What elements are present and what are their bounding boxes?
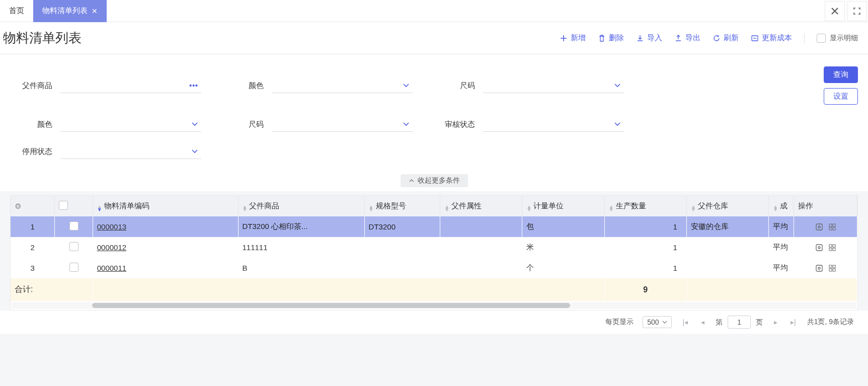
color-select[interactable] — [272, 78, 413, 93]
next-page-button[interactable]: ▸ — [772, 318, 779, 326]
query-button[interactable]: 查询 — [824, 66, 858, 83]
disable-status-select[interactable] — [60, 144, 201, 159]
svg-rect-6 — [833, 227, 835, 230]
view-icon[interactable] — [815, 264, 823, 272]
close-icon[interactable]: ✕ — [92, 7, 98, 15]
col-unit[interactable]: ▲▼计量单位 — [522, 196, 604, 216]
cell-spec: DT3200 — [364, 216, 440, 237]
export-button[interactable]: 导出 — [674, 33, 700, 43]
prev-page-button[interactable]: ◂ — [699, 318, 706, 326]
svg-point-2 — [818, 226, 820, 228]
horizontal-scrollbar[interactable] — [12, 302, 856, 309]
size2-select[interactable] — [272, 117, 413, 132]
page-input[interactable]: 1 — [728, 316, 751, 329]
parent-product-input[interactable]: ••• — [60, 78, 201, 93]
bom-code-link[interactable]: 0000013 — [97, 222, 126, 231]
chevron-down-icon — [662, 320, 667, 324]
refresh-icon — [713, 34, 721, 42]
cell-attr — [440, 237, 522, 258]
tab-bom-list[interactable]: 物料清单列表 ✕ — [33, 0, 107, 22]
checkbox-icon[interactable] — [817, 34, 826, 43]
col-qty[interactable]: ▲▼生产数量 — [604, 196, 686, 216]
view-icon[interactable] — [815, 244, 823, 252]
col-parent-product[interactable]: ▲▼父件商品 — [238, 196, 364, 216]
svg-point-8 — [818, 247, 820, 249]
row-index: 2 — [11, 237, 55, 258]
chevron-down-icon — [614, 83, 621, 88]
page-header: 物料清单列表 新增 删除 导入 导出 刷新 更新成本 显示明细 — [0, 22, 868, 54]
tab-label: 物料清单列表 — [42, 6, 88, 16]
tab-home[interactable]: 首页 — [0, 0, 33, 22]
row-checkbox-cell — [55, 258, 93, 278]
checkbox-icon[interactable] — [69, 263, 78, 272]
sort-icon: ▲▼ — [97, 205, 102, 211]
trash-icon — [598, 34, 606, 42]
bom-code-link[interactable]: 0000012 — [97, 243, 126, 252]
pagination-summary: 共1页, 9条记录 — [807, 318, 854, 327]
checkbox-icon[interactable] — [69, 242, 78, 251]
x-icon — [831, 7, 839, 15]
import-icon — [636, 34, 644, 42]
per-page-select[interactable]: 500 — [643, 316, 671, 328]
sort-icon: ▲▼ — [526, 205, 531, 211]
cell-more: 平均 — [769, 216, 794, 237]
page-title: 物料清单列表 — [3, 29, 82, 47]
filter-label-size2: 尺码 — [221, 120, 272, 129]
cell-product: DT3200 心相印茶... — [238, 216, 364, 237]
cell-spec — [364, 258, 440, 278]
show-detail-toggle[interactable]: 显示明细 — [817, 34, 858, 43]
update-cost-button[interactable]: 更新成本 — [751, 33, 792, 43]
svg-rect-12 — [833, 248, 835, 251]
fullscreen-icon — [853, 7, 861, 15]
scrollbar-thumb[interactable] — [92, 303, 570, 308]
checkbox-icon[interactable] — [69, 221, 78, 230]
view-icon[interactable] — [815, 223, 823, 231]
cell-attr — [440, 258, 522, 278]
cell-ops — [794, 258, 857, 278]
size-select[interactable] — [483, 78, 624, 93]
collapse-filters-button[interactable]: 收起更多条件 — [401, 174, 468, 187]
first-page-button[interactable]: |◂ — [681, 318, 690, 326]
grid-icon[interactable] — [828, 244, 836, 252]
chevron-down-icon — [403, 83, 410, 88]
cell-bom-code: 0000013 — [93, 216, 238, 237]
refresh-button[interactable]: 刷新 — [713, 33, 739, 43]
filter-label-color: 颜色 — [221, 81, 272, 91]
last-page-button[interactable]: ▸| — [788, 318, 798, 326]
audit-status-select[interactable] — [483, 117, 624, 132]
fullscreen-button[interactable] — [847, 1, 867, 21]
svg-rect-1 — [816, 224, 822, 230]
col-bom-code[interactable]: ▲▼物料清单编码 — [93, 196, 238, 216]
checkbox-icon[interactable] — [59, 201, 68, 210]
grid-icon[interactable] — [828, 264, 836, 272]
col-warehouse[interactable]: ▲▼父件仓库 — [686, 196, 768, 216]
col-parent-attr[interactable]: ▲▼父件属性 — [440, 196, 522, 216]
sort-icon: ▲▼ — [773, 205, 778, 211]
col-more[interactable]: ▲▼成 — [769, 196, 794, 216]
bom-code-link[interactable]: 0000011 — [97, 264, 126, 272]
svg-rect-18 — [833, 269, 835, 271]
table-row[interactable]: 30000011B个1平均 — [11, 258, 857, 278]
select-all-header[interactable] — [55, 196, 93, 216]
cell-attr — [440, 216, 522, 237]
import-button[interactable]: 导入 — [636, 33, 662, 43]
settings-column-header[interactable]: ⚙ — [11, 196, 55, 216]
table-row[interactable]: 10000013DT3200 心相印茶...DT3200包1安徽的仓库平均 — [11, 216, 857, 237]
settings-button[interactable]: 设置 — [824, 88, 858, 105]
delete-button[interactable]: 删除 — [598, 33, 624, 43]
col-spec[interactable]: ▲▼规格型号 — [364, 196, 440, 216]
per-page-label: 每页显示 — [605, 318, 634, 327]
cell-unit: 米 — [522, 237, 604, 258]
chevron-down-icon — [191, 122, 198, 127]
filter-label-parent-product: 父件商品 — [10, 81, 60, 91]
filter-label-size: 尺码 — [433, 81, 483, 91]
add-button[interactable]: 新增 — [560, 33, 586, 43]
export-icon — [674, 34, 682, 42]
table-row[interactable]: 20000012111111米1平均 — [11, 237, 857, 258]
color2-select[interactable] — [60, 117, 201, 132]
grid-icon[interactable] — [828, 223, 836, 231]
sort-icon: ▲▼ — [369, 205, 374, 211]
close-all-tabs-button[interactable] — [825, 1, 845, 21]
svg-point-14 — [818, 267, 820, 269]
svg-rect-9 — [829, 245, 832, 247]
